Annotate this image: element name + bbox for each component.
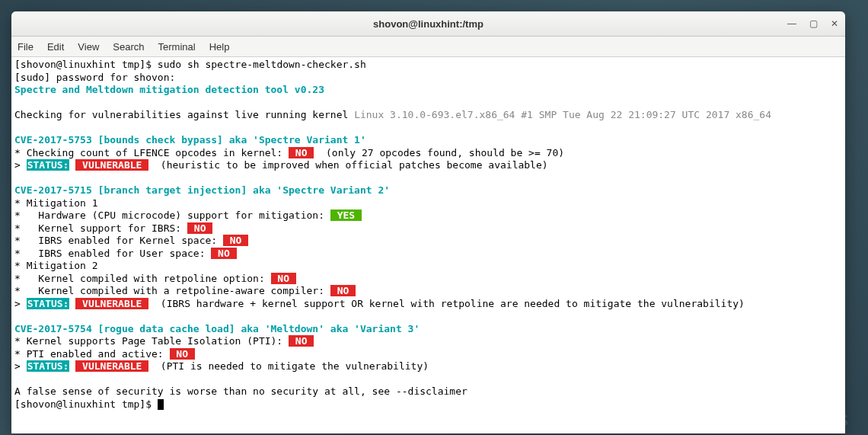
terminal-output[interactable]: [shovon@linuxhint tmp]$ sudo sh spectre-… xyxy=(11,57,845,433)
window-controls: — ▢ ✕ xyxy=(786,18,841,30)
cve2-line1: * Hardware (CPU microcode) support for m… xyxy=(14,210,330,221)
kernel-info: Linux 3.10.0-693.el7.x86_64 #1 SMP Tue A… xyxy=(354,109,771,120)
minimize-button[interactable]: — xyxy=(786,18,798,30)
badge-no: NO xyxy=(211,248,236,259)
gt-marker: > xyxy=(14,298,27,309)
cve2-line3: * IBRS enabled for Kernel space: xyxy=(14,235,223,246)
cve1-line1-note: (only 27 opcodes found, should be >= 70) xyxy=(314,147,564,158)
terminal-window: shovon@linuxhint:/tmp — ▢ ✕ File Edit Vi… xyxy=(11,11,845,433)
vulnerable-badge: VULNERABLE xyxy=(75,298,148,309)
badge-no: NO xyxy=(289,147,314,158)
gt-marker: > xyxy=(14,360,27,372)
cve3-line2: * PTI enabled and active: xyxy=(14,348,170,360)
status-label: STATUS: xyxy=(27,159,70,171)
menu-search[interactable]: Search xyxy=(113,41,144,53)
menu-help[interactable]: Help xyxy=(209,41,230,53)
cve2-mitigation2: * Mitigation 2 xyxy=(14,260,98,271)
tool-title: Spectre and Meltdown mitigation detectio… xyxy=(14,84,324,95)
badge-no: NO xyxy=(289,335,314,347)
status-label: STATUS: xyxy=(27,360,70,372)
cve1-line1: * Checking count of LFENCE opcodes in ke… xyxy=(14,147,289,158)
badge-no: NO xyxy=(187,222,212,234)
vulnerable-badge: VULNERABLE xyxy=(75,360,148,372)
cve2-status-note: (IBRS hardware + kernel support OR kerne… xyxy=(148,298,745,309)
badge-no: NO xyxy=(223,235,248,246)
window-title: shovon@linuxhint:/tmp xyxy=(373,18,483,30)
menu-file[interactable]: File xyxy=(18,41,34,53)
menubar: File Edit View Search Terminal Help xyxy=(11,37,845,57)
badge-no: NO xyxy=(170,348,195,360)
sudo-prompt: [sudo] password for shovon: xyxy=(14,72,175,83)
cve3-status-note: (PTI is needed to mitigate the vulnerabi… xyxy=(148,360,429,372)
status-label: STATUS: xyxy=(27,298,70,309)
menu-terminal[interactable]: Terminal xyxy=(158,41,196,53)
cve-5715-heading: CVE-2017-5715 [branch target injection] … xyxy=(14,184,390,196)
titlebar: shovon@linuxhint:/tmp — ▢ ✕ xyxy=(11,11,845,37)
disclaimer-line: A false sense of security is worse than … xyxy=(14,385,468,397)
cursor-icon xyxy=(158,399,164,410)
cve-5754-heading: CVE-2017-5754 [rogue data cache load] ak… xyxy=(14,323,420,334)
badge-no: NO xyxy=(271,273,296,284)
cve1-status-note: (heuristic to be improved when official … xyxy=(148,159,547,171)
cve2-line4: * IBRS enabled for User space: xyxy=(14,248,211,259)
cve-5753-heading: CVE-2017-5753 [bounds check bypass] aka … xyxy=(14,134,366,146)
gt-marker: > xyxy=(14,159,27,171)
close-button[interactable]: ✕ xyxy=(828,18,841,30)
maximize-button[interactable]: ▢ xyxy=(807,18,819,30)
cve2-line6: * Kernel compiled with a retpoline-aware… xyxy=(14,285,330,296)
prompt: [shovon@linuxhint tmp]$ xyxy=(14,59,158,70)
badge-yes: YES xyxy=(330,210,362,221)
check-prefix: Checking for vulnerabilities against liv… xyxy=(14,109,354,120)
prompt: [shovon@linuxhint tmp]$ xyxy=(14,398,158,410)
desktop-watermark: CENTOS xyxy=(756,411,853,430)
badge-no: NO xyxy=(330,285,356,296)
cve2-line2: * Kernel support for IBRS: xyxy=(14,222,187,234)
cve2-mitigation1: * Mitigation 1 xyxy=(14,197,98,209)
menu-edit[interactable]: Edit xyxy=(47,41,64,53)
menu-view[interactable]: View xyxy=(78,41,99,53)
cve2-line5: * Kernel compiled with retpoline option: xyxy=(14,273,271,284)
cve3-line1: * Kernel supports Page Table Isolation (… xyxy=(14,335,289,347)
vulnerable-badge: VULNERABLE xyxy=(75,159,148,171)
command-text: sudo sh spectre-meltdown-checker.sh xyxy=(158,59,366,70)
